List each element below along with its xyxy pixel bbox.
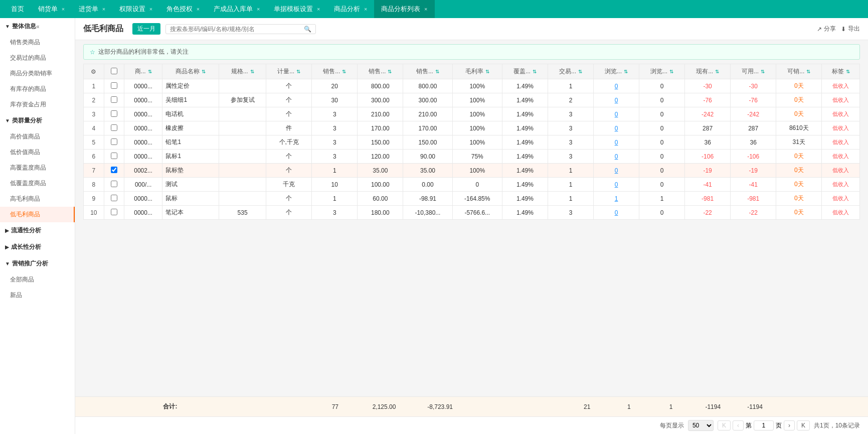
sidebar-group-marketing-title[interactable]: ▼ 营销推广分析 [0, 255, 75, 272]
sidebar-item-low-value[interactable]: 低价值商品 [0, 144, 75, 160]
nav-home[interactable]: 首页 [4, 0, 31, 18]
th-tag[interactable]: 标签⇅ [822, 64, 860, 79]
row-check-2[interactable] [111, 110, 117, 117]
nav-sales-close[interactable]: × [62, 6, 65, 12]
nav-permission[interactable]: 权限设置 × [112, 0, 159, 18]
th-saleable[interactable]: 可销...⇅ [776, 64, 822, 79]
sidebar-item-high-coverage[interactable]: 高覆盖度商品 [0, 160, 75, 176]
prev-btn[interactable]: ‹ [733, 420, 744, 430]
nav-purchase[interactable]: 进货单 × [72, 0, 112, 18]
th-spec[interactable]: 规格...⇅ [219, 64, 266, 79]
date-filter-btn[interactable]: 近一月 [132, 23, 160, 35]
row-checkbox-1[interactable] [104, 93, 124, 107]
nav-purchase-close[interactable]: × [102, 6, 105, 12]
next-btn[interactable]: › [784, 420, 795, 430]
th-unit[interactable]: 计量...⇅ [266, 64, 312, 79]
row-check-8[interactable] [111, 195, 117, 201]
nav-product-in-close[interactable]: × [257, 6, 260, 12]
per-page-select[interactable]: 50 100 200 [688, 420, 714, 431]
th-view2[interactable]: 浏览...⇅ [639, 64, 685, 79]
row-checkbox-2[interactable] [104, 107, 124, 121]
sidebar-collapse-btn[interactable]: « [36, 23, 40, 30]
row-view1-1[interactable]: 0 [594, 93, 639, 107]
th-sales-price[interactable]: 销售...⇅ [358, 64, 403, 79]
row-check-7[interactable] [111, 181, 117, 187]
row-check-4[interactable] [111, 138, 117, 145]
row-check-6[interactable] [111, 167, 117, 173]
nav-product-list-close[interactable]: × [424, 6, 427, 12]
th-gross-rate[interactable]: 毛利率⇅ [452, 64, 502, 79]
sidebar-group-growth-title[interactable]: ▶ 成长性分析 [0, 239, 75, 255]
sidebar-item-traded-goods[interactable]: 交易过的商品 [0, 50, 75, 66]
nav-permission-close[interactable]: × [149, 6, 152, 12]
row-checkbox-3[interactable] [104, 121, 124, 135]
row-check-0[interactable] [111, 82, 117, 89]
page-number-input[interactable] [754, 420, 774, 430]
th-settings[interactable]: ⚙ [84, 64, 104, 79]
th-coverage[interactable]: 覆盖...⇅ [502, 64, 548, 79]
row-check-1[interactable] [111, 96, 117, 103]
row-view1-0[interactable]: 0 [594, 79, 639, 93]
th-current[interactable]: 现有...⇅ [685, 64, 731, 79]
sidebar-item-new-goods[interactable]: 新品 [0, 287, 75, 303]
sidebar-item-low-coverage[interactable]: 低覆盖度商品 [0, 176, 75, 191]
row-checkbox-5[interactable] [104, 150, 124, 164]
row-sales-profit-3: 170.00 [403, 121, 452, 135]
row-checkbox-9[interactable] [104, 206, 124, 220]
prev-page-btn[interactable]: K [718, 420, 731, 430]
row-checkbox-7[interactable] [104, 178, 124, 192]
search-icon[interactable]: 🔍 [304, 26, 311, 33]
search-input[interactable] [170, 26, 304, 33]
sidebar-item-stock-capital[interactable]: 库存资金占用 [0, 97, 75, 112]
sidebar-item-sales-goods[interactable]: 销售类商品 [0, 35, 75, 50]
sidebar-item-all-goods[interactable]: 全部商品 [0, 272, 75, 287]
th-trade[interactable]: 交易...⇅ [548, 64, 593, 79]
row-view1-6[interactable]: 0 [594, 164, 639, 178]
sidebar-group-overview-title[interactable]: ▼ 整体信息 « [0, 18, 75, 35]
th-checkbox[interactable] [104, 64, 124, 79]
select-all-checkbox[interactable] [111, 68, 117, 74]
nav-product-analysis[interactable]: 商品分析 × [327, 0, 374, 18]
th-available[interactable]: 可用...⇅ [731, 64, 776, 79]
row-view1-8[interactable]: 1 [594, 192, 639, 206]
row-current-7: -41 [685, 178, 731, 192]
nav-product-analysis-list[interactable]: 商品分析列表 × [374, 0, 434, 18]
row-view1-5[interactable]: 0 [594, 150, 639, 164]
sidebar-group-overview-label: 整体信息 [12, 22, 36, 31]
row-view1-7[interactable]: 0 [594, 178, 639, 192]
nav-template[interactable]: 单据模板设置 × [267, 0, 327, 18]
sidebar-item-high-profit[interactable]: 高毛利商品 [0, 191, 75, 207]
sidebar-item-low-profit[interactable]: 低毛利商品 [0, 207, 75, 222]
nav-role[interactable]: 角色授权 × [159, 0, 207, 18]
share-btn[interactable]: ↗ 分享 [817, 25, 836, 33]
th-view1[interactable]: 浏览...⇅ [594, 64, 639, 79]
nav-role-close[interactable]: × [197, 6, 200, 12]
row-checkbox-4[interactable] [104, 135, 124, 150]
row-view1-9[interactable]: 0 [594, 206, 639, 220]
row-check-3[interactable] [111, 124, 117, 131]
row-view1-2[interactable]: 0 [594, 107, 639, 121]
sidebar-item-high-value[interactable]: 高价值商品 [0, 129, 75, 144]
row-checkbox-0[interactable] [104, 79, 124, 93]
th-name[interactable]: 商品名称⇅ [162, 64, 219, 79]
th-code[interactable]: 商...⇅ [124, 64, 162, 79]
row-checkbox-8[interactable] [104, 192, 124, 206]
nav-product-analysis-close[interactable]: × [364, 6, 367, 12]
row-view1-4[interactable]: 0 [594, 135, 639, 150]
row-spec-9: 535 [219, 206, 266, 220]
nav-product-in[interactable]: 产成品入库单 × [207, 0, 267, 18]
th-sales-qty[interactable]: 销售...⇅ [312, 64, 358, 79]
sidebar-group-cluster-title[interactable]: ▼ 类群量分析 [0, 112, 75, 129]
sidebar-item-category-rate[interactable]: 商品分类助销率 [0, 66, 75, 81]
row-check-9[interactable] [111, 209, 117, 215]
nav-template-close[interactable]: × [317, 6, 320, 12]
export-btn[interactable]: ⬇ 导出 [841, 25, 860, 33]
row-checkbox-6[interactable] [104, 164, 124, 178]
row-check-5[interactable] [111, 153, 117, 159]
sidebar-group-flow-title[interactable]: ▶ 流通性分析 [0, 222, 75, 239]
row-view1-3[interactable]: 0 [594, 121, 639, 135]
next-page-btn[interactable]: K [797, 420, 810, 430]
nav-sales[interactable]: 销货单 × [31, 0, 72, 18]
th-sales-profit[interactable]: 销售...⇅ [403, 64, 452, 79]
sidebar-item-in-stock[interactable]: 有库存的商品 [0, 81, 75, 97]
